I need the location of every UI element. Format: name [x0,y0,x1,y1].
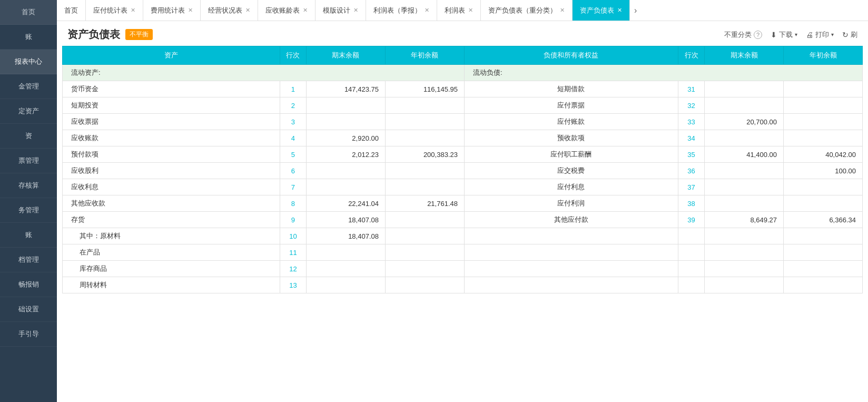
tab-profit[interactable]: 利润表 ✕ [437,0,481,21]
right-row-num: 39 [678,212,705,228]
close-icon[interactable]: ✕ [353,7,358,14]
sidebar-item-inventory-calc[interactable]: 存核算 [0,173,57,198]
right-item-name: 应付利息 [464,179,678,195]
right-item-name [464,244,678,261]
sidebar-item-ledger[interactable]: 账 [0,223,57,248]
left-end-balance: 18,407.08 [306,212,385,228]
right-end-balance [705,163,784,179]
left-item-name: 周转材料 [63,277,280,293]
tab-more-button[interactable]: › [630,0,641,21]
no-reclassify-button[interactable]: 不重分类 ? [724,30,762,40]
left-item-name: 应收账款 [63,130,280,146]
tab-profit-quarterly[interactable]: 利润表（季报） ✕ [366,0,437,21]
right-item-name: 应付利润 [464,195,678,212]
sidebar-item-account[interactable]: 账 [0,25,57,50]
left-end-balance [306,163,385,179]
col-header-beg-balance-right: 年初余额 [784,46,863,65]
left-item-name: 库存商品 [63,261,280,277]
right-row-num [678,261,705,277]
left-beg-balance [385,212,464,228]
left-row-num: 11 [280,244,306,261]
left-row-num: 3 [280,114,306,130]
right-item-name: 应付职工薪酬 [464,146,678,163]
right-row-num: 33 [678,114,705,130]
right-end-balance: 41,400.00 [705,146,784,163]
refresh-button[interactable]: ↻ 刷 [842,30,857,40]
left-beg-balance [385,261,464,277]
right-beg-balance: 6,366.34 [784,212,863,228]
close-icon[interactable]: ✕ [425,7,429,14]
sidebar-item-guide[interactable]: 手引导 [0,322,57,347]
right-end-balance [705,130,784,146]
sidebar-item-basic-settings[interactable]: 础设置 [0,297,57,322]
right-item-name: 预收款项 [464,130,678,146]
sidebar-item-fixed-assets[interactable]: 定资产 [0,99,57,124]
right-end-balance [705,228,784,244]
chevron-down-icon: ▾ [795,32,797,37]
print-button[interactable]: 🖨 打印 ▾ [806,30,834,40]
tab-expense-summary[interactable]: 费用统计表 ✕ [143,0,201,21]
left-end-balance [306,277,385,293]
close-icon[interactable]: ✕ [560,7,565,14]
close-icon[interactable]: ✕ [131,7,135,14]
left-end-balance: 18,407.08 [306,228,385,244]
right-row-num [678,228,705,244]
left-beg-balance: 21,761.48 [385,195,464,212]
left-beg-balance [385,97,464,114]
close-icon[interactable]: ✕ [303,7,308,14]
left-end-balance [306,114,385,130]
close-icon[interactable]: ✕ [468,7,473,14]
table-row: 预付款项 5 2,012.23 200,383.23 应付职工薪酬 35 41,… [63,146,863,163]
left-end-balance [306,244,385,261]
sidebar-item-quick-report[interactable]: 畅报销 [0,272,57,297]
left-end-balance: 22,241.04 [306,195,385,212]
right-end-balance [705,195,784,212]
tab-bar: 首页 应付统计表 ✕ 费用统计表 ✕ 经营状况表 ✕ 应收账龄表 ✕ 模版设计 … [57,0,868,21]
sidebar-item-tax-mgmt[interactable]: 务管理 [0,198,57,223]
tab-ap-summary[interactable]: 应付统计表 ✕ [86,0,143,21]
help-icon[interactable]: ? [754,31,762,39]
tab-operation-status[interactable]: 经营状况表 ✕ [201,0,258,21]
right-row-num: 36 [678,163,705,179]
download-button[interactable]: ⬇ 下载 ▾ [771,30,797,40]
right-item-name: 其他应付款 [464,212,678,228]
tab-balance-sheet[interactable]: 资产负债表 ✕ [573,0,630,21]
sidebar-item-fund-mgmt[interactable]: 金管理 [0,74,57,99]
right-item-name [464,261,678,277]
tab-ar-aging[interactable]: 应收账龄表 ✕ [258,0,315,21]
tab-home[interactable]: 首页 [57,0,86,21]
left-item-name: 存货 [63,212,280,228]
right-end-balance [705,97,784,114]
close-icon[interactable]: ✕ [245,7,250,14]
right-item-name: 应交税费 [464,163,678,179]
left-beg-balance [385,163,464,179]
sidebar-item-archive-mgmt[interactable]: 档管理 [0,248,57,272]
right-item-name: 应付票据 [464,97,678,114]
col-header-asset: 资产 [63,46,280,65]
left-beg-balance [385,277,464,293]
left-beg-balance [385,244,464,261]
left-beg-balance: 200,383.23 [385,146,464,163]
sidebar-item-home[interactable]: 首页 [0,0,57,25]
left-item-name: 应收股利 [63,163,280,179]
tab-balance-reclassified[interactable]: 资产负债表（重分类） ✕ [481,0,573,21]
right-item-name: 短期借款 [464,81,678,97]
table-row: 存货 9 18,407.08 其他应付款 39 8,649.27 6,366.3… [63,212,863,228]
tab-template-design[interactable]: 模版设计 ✕ [315,0,366,21]
right-row-num [678,244,705,261]
sidebar: 首页 账 报表中心 金管理 定资产 资 票管理 存核算 务管理 账 档管理 畅报… [0,0,57,402]
print-icon: 🖨 [806,31,813,39]
sidebar-item-report-center[interactable]: 报表中心 [0,50,57,74]
close-icon[interactable]: ✕ [617,7,622,14]
close-icon[interactable]: ✕ [188,7,193,14]
right-beg-balance [784,130,863,146]
left-row-num: 9 [280,212,306,228]
sidebar-item-investment[interactable]: 资 [0,124,57,149]
right-beg-balance: 100.00 [784,163,863,179]
sidebar-item-ticket-mgmt[interactable]: 票管理 [0,149,57,173]
table-row: 周转材料 13 [63,277,863,293]
left-row-num: 5 [280,146,306,163]
left-beg-balance [385,228,464,244]
right-beg-balance [784,195,863,212]
right-beg-balance [784,228,863,244]
